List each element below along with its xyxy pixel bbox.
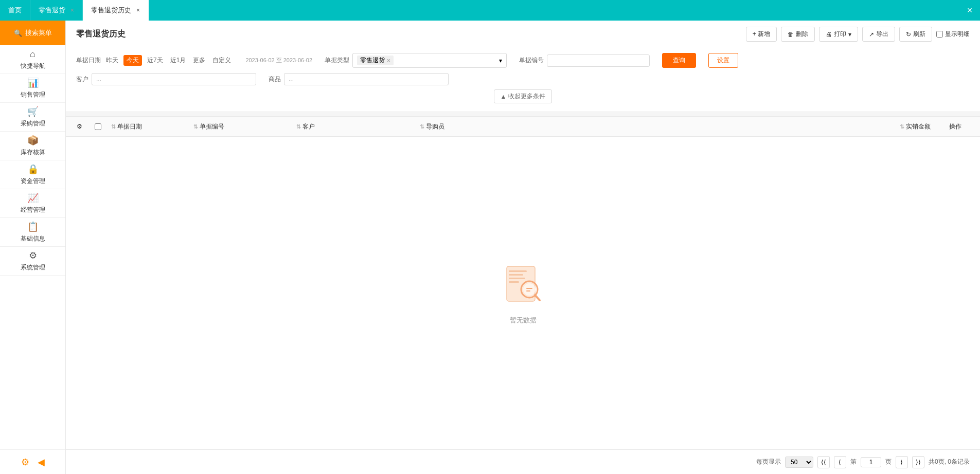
- th-settings[interactable]: ⚙: [70, 123, 88, 130]
- tab-retail-return-history[interactable]: 零售退货历史 ×: [83, 0, 149, 21]
- collapse-sidebar-icon[interactable]: ◀: [38, 457, 45, 468]
- type-filter-label: 单据类型: [325, 56, 349, 65]
- settings-bottom-icon[interactable]: ⚙: [21, 457, 29, 468]
- svg-rect-1: [509, 270, 527, 272]
- pagination: 每页显示 50 10 20 100 ⟨⟨ ⟨ 第 页 ⟩ ⟩⟩ 共0页, 0条记…: [66, 449, 980, 474]
- page-input[interactable]: [861, 457, 881, 467]
- sidebar-item-label: 系统管理: [21, 263, 45, 272]
- number-input[interactable]: [547, 54, 650, 67]
- tab-close-retail-return[interactable]: ×: [70, 7, 74, 14]
- sidebar-item-operations[interactable]: 📈 经营管理: [0, 189, 65, 218]
- sort-icon-guide: ⇅: [420, 123, 424, 130]
- svg-rect-9: [526, 290, 530, 291]
- filter-area: 单据日期 昨天 今天 近7天 近1月 更多 自定义 2023-06-02 至 2…: [76, 48, 970, 112]
- delete-button[interactable]: 🗑 删除: [781, 27, 815, 42]
- sidebar-item-system[interactable]: ⚙ 系统管理: [0, 247, 65, 276]
- prev-page-button[interactable]: ⟨: [834, 456, 846, 468]
- shortcut-1month[interactable]: 近1月: [168, 55, 188, 66]
- filter-customer: 客户: [76, 73, 256, 85]
- sidebar-item-sales[interactable]: 📊 销售管理: [0, 74, 65, 103]
- home-icon: ⌂: [30, 49, 35, 60]
- sidebar-search-label: 搜索菜单: [25, 28, 52, 38]
- th-check[interactable]: [88, 123, 107, 130]
- shortcut-custom[interactable]: 自定义: [210, 55, 233, 66]
- page-prefix-label: 第: [850, 458, 857, 466]
- refresh-button[interactable]: ↻ 刷新: [899, 27, 932, 42]
- content-area: 零售退货历史 + 新增 🗑 删除 🖨 打印 ▾ ↗: [66, 21, 980, 474]
- system-icon: ⚙: [29, 250, 37, 261]
- th-customer[interactable]: ⇅ 客户: [292, 122, 416, 131]
- next-page-button[interactable]: ⟩: [896, 456, 908, 468]
- sidebar-item-label: 库存核算: [21, 148, 45, 157]
- basic-info-icon: 📋: [27, 221, 39, 232]
- new-button[interactable]: + 新增: [746, 27, 777, 42]
- purchase-icon: 🛒: [27, 106, 39, 117]
- type-tag-close[interactable]: ×: [387, 57, 390, 64]
- shortcut-7days[interactable]: 近7天: [145, 55, 165, 66]
- svg-rect-2: [509, 274, 523, 276]
- filter-row-1: 单据日期 昨天 今天 近7天 近1月 更多 自定义 2023-06-02 至 2…: [76, 53, 970, 68]
- th-amount[interactable]: ⇅ 实销金额: [508, 122, 935, 131]
- filter-row-2: 客户 商品: [76, 73, 970, 85]
- filter-number: 单据编号: [519, 54, 650, 67]
- filter-goods: 商品: [269, 73, 449, 85]
- shortcut-yesterday[interactable]: 昨天: [104, 55, 120, 66]
- sidebar-item-purchase[interactable]: 🛒 采购管理: [0, 103, 65, 132]
- select-all-checkbox[interactable]: [95, 123, 101, 130]
- inventory-icon: 📦: [27, 135, 39, 146]
- date-range-value: 2023-06-02 至 2023-06-02: [245, 57, 312, 64]
- sidebar-item-label: 采购管理: [21, 119, 45, 128]
- empty-state: 暂无数据: [66, 137, 980, 449]
- sort-icon-customer: ⇅: [296, 123, 301, 130]
- shortcut-more[interactable]: 更多: [191, 55, 207, 66]
- shortcut-today[interactable]: 今天: [123, 55, 142, 66]
- show-detail-checkbox[interactable]: [936, 31, 943, 38]
- top-bar: 首页 零售退货 × 零售退货历史 × ×: [0, 0, 980, 21]
- main-layout: 🔍 搜索菜单 ⌂ 快捷导航 📊 销售管理 🛒 采购管理 📦 库存核算 🔒 资金管…: [0, 21, 980, 474]
- goods-input[interactable]: [284, 73, 449, 85]
- query-button[interactable]: 查询: [662, 53, 696, 68]
- date-shortcuts: 昨天 今天 近7天 近1月 更多 自定义: [104, 55, 233, 66]
- sidebar-item-label: 快捷导航: [21, 62, 45, 70]
- toolbar: + 新增 🗑 删除 🖨 打印 ▾ ↗ 导出: [746, 27, 970, 42]
- number-filter-label: 单据编号: [519, 56, 544, 65]
- tab-close-history[interactable]: ×: [136, 7, 140, 14]
- settings-button[interactable]: 设置: [708, 53, 738, 68]
- sidebar-item-basic-info[interactable]: 📋 基础信息: [0, 218, 65, 247]
- svg-line-7: [535, 295, 540, 300]
- svg-rect-4: [509, 281, 519, 283]
- customer-filter-label: 客户: [76, 75, 88, 84]
- tab-retail-return[interactable]: 零售退货 ×: [30, 0, 83, 21]
- window-close-button[interactable]: ×: [959, 0, 980, 21]
- sidebar-item-label: 销售管理: [21, 90, 45, 99]
- sidebar-item-quick-nav[interactable]: ⌂ 快捷导航: [0, 45, 65, 74]
- filter-date: 单据日期 昨天 今天 近7天 近1月 更多 自定义: [76, 55, 233, 66]
- sidebar-item-finance[interactable]: 🔒 资金管理: [0, 160, 65, 189]
- type-tag: 零售退货 ×: [357, 56, 394, 65]
- print-dropdown-icon: ▾: [848, 31, 851, 38]
- customer-input[interactable]: [92, 73, 256, 85]
- print-button[interactable]: 🖨 打印 ▾: [819, 27, 858, 42]
- th-number[interactable]: ⇅ 单据编号: [189, 122, 292, 131]
- date-filter-label: 单据日期: [76, 56, 101, 65]
- filter-date-range: 2023-06-02 至 2023-06-02: [245, 57, 312, 64]
- th-date[interactable]: ⇅ 单据日期: [107, 122, 189, 131]
- sidebar-item-inventory[interactable]: 📦 库存核算: [0, 132, 65, 160]
- first-page-button[interactable]: ⟨⟨: [817, 456, 830, 468]
- type-select-chevron: ▾: [499, 57, 502, 64]
- last-page-button[interactable]: ⟩⟩: [912, 456, 924, 468]
- tab-home[interactable]: 首页: [0, 0, 30, 21]
- per-page-select[interactable]: 50 10 20 100: [785, 457, 813, 468]
- finance-icon: 🔒: [27, 163, 39, 175]
- per-page-label: 每页显示: [756, 458, 781, 466]
- sidebar-search[interactable]: 🔍 搜索菜单: [0, 21, 65, 45]
- th-guide[interactable]: ⇅ 导购员: [416, 122, 508, 131]
- sidebar: 🔍 搜索菜单 ⌂ 快捷导航 📊 销售管理 🛒 采购管理 📦 库存核算 🔒 资金管…: [0, 21, 66, 474]
- delete-icon: 🗑: [788, 31, 794, 38]
- settings-column-icon: ⚙: [77, 123, 82, 130]
- export-button[interactable]: ↗ 导出: [862, 27, 895, 42]
- collapse-filter-button[interactable]: ▲ 收起更多条件: [494, 89, 553, 103]
- show-detail-checkbox-label[interactable]: 显示明细: [936, 30, 970, 39]
- total-label: 共0页, 0条记录: [929, 458, 970, 466]
- type-select[interactable]: 零售退货 × ▾: [352, 53, 507, 68]
